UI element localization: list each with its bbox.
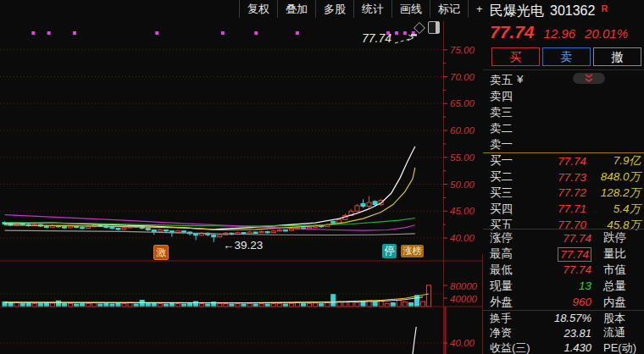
bid-label: 买三	[483, 185, 532, 201]
volume-axis-label: 40000	[450, 294, 478, 304]
bid-amount: 848.0万	[586, 169, 644, 185]
quote-panel: 民爆光电 301362 R 77.74 12.96 20.01% 买 卖 撤 卖…	[483, 0, 644, 354]
bid-label: 买二	[483, 169, 532, 185]
registered-tag: R	[601, 3, 608, 14]
net-assets-value: 23.81	[539, 327, 591, 340]
ask-row-2[interactable]: 卖二	[483, 120, 644, 136]
stats-row-eps: 收益(三) 1.430 PE(动)	[483, 340, 644, 354]
stat-label: 内盘	[591, 295, 626, 310]
stock-name: 民爆光电	[490, 3, 544, 20]
trading-app-window: 75.0070.0065.0060.0055.0050.0045.0040.00…	[0, 0, 644, 354]
toolbar-item-statistics[interactable]: 统计	[353, 0, 391, 18]
current-volume-value: 13	[539, 279, 591, 292]
stats-block-2: 换手 18.57% 股本 净资 23.81 流通 收益(三) 1.430 PE(…	[483, 311, 644, 354]
stat-label: 股本	[591, 311, 625, 326]
stat-label: PE(动)	[591, 340, 636, 354]
toolbar-item-adjust[interactable]: 复权	[239, 0, 277, 18]
stats-row-high: 最高 77.74 量比	[483, 246, 644, 263]
bid-row-3[interactable]: 买三 77.72 128.2万	[483, 185, 644, 202]
eps-value: 1.430	[539, 341, 591, 354]
ma-lines	[5, 147, 415, 235]
toolbar-item-overlay[interactable]: 叠加	[277, 0, 315, 18]
bid-price: 77.74	[532, 155, 586, 168]
ask-label: 卖一	[483, 137, 532, 152]
last-price-annotation: 77.74	[362, 31, 391, 45]
buy-button[interactable]: 买	[491, 47, 540, 66]
sub-pane-line	[413, 327, 416, 354]
stat-label: 外盘	[483, 295, 539, 310]
ask-row-3[interactable]: 卖三	[483, 105, 644, 121]
price-change: 12.96	[544, 26, 576, 41]
event-markers	[31, 31, 414, 35]
price-axis-label: 55.00	[450, 152, 475, 163]
bid-row-2[interactable]: 买二 77.73 848.0万	[483, 169, 644, 185]
toolbar-item-multi-stock[interactable]: 多股	[315, 0, 353, 18]
stats-block: 涨停 77.74 跌停 最高 77.74 量比 最低 77.74 市值 现量 1…	[483, 230, 644, 310]
price-axis-label: 45.00	[450, 206, 475, 216]
stat-label: 流通	[591, 325, 625, 340]
sub-pane	[413, 327, 416, 354]
low-price-annotation: ←39.23	[223, 239, 263, 252]
ask-label: 卖五	[490, 73, 513, 88]
ask-row-5[interactable]: 卖五¥	[483, 73, 644, 89]
bid-price: 77.71	[532, 202, 586, 215]
stat-label: 最高	[483, 246, 539, 262]
ma-yellow	[5, 168, 415, 230]
stats-row-net-assets: 净资 23.81 流通	[483, 326, 644, 341]
ask-label: 卖三	[483, 105, 532, 120]
divider	[483, 69, 644, 70]
bid-row-1[interactable]: 买一 77.74 7.9亿	[483, 153, 644, 169]
ask-levels: 卖五¥ 卖四 卖三 卖二 卖一	[483, 73, 644, 152]
badge-gainers-list[interactable]: 涨榜	[401, 245, 424, 257]
currency-symbol: ¥	[517, 73, 524, 88]
stock-code: 301362	[550, 3, 595, 19]
price-axis-label: 70.00	[450, 72, 475, 82]
stat-label: 总量	[591, 279, 626, 294]
volume-axis-label: 80000	[450, 281, 478, 291]
high-value: 77.74	[558, 247, 591, 262]
price-axis-label: 75.00	[450, 45, 475, 55]
bid-label: 买一	[483, 153, 532, 169]
stats-row-low: 最低 77.74 市值	[483, 263, 644, 279]
toolbar-item-mark[interactable]: 标记	[430, 0, 468, 18]
stats-row-outer: 外盘 960 内盘	[483, 294, 644, 310]
price-axis-label: 60.00	[450, 125, 475, 136]
panel-toggle-icon[interactable]	[428, 21, 440, 34]
price-axis: 75.0070.0065.0060.0055.0050.0045.0040.00…	[443, 45, 478, 348]
stat-label: 市值	[591, 263, 626, 278]
kline-chart[interactable]: 75.0070.0065.0060.0055.0050.0045.0040.00…	[0, 0, 483, 354]
sell-button[interactable]: 卖	[542, 47, 591, 66]
badge-stimulus[interactable]: 激	[153, 245, 169, 260]
outer-volume-value: 960	[539, 296, 591, 308]
bid-amount: 7.9亿	[586, 153, 644, 169]
ask-label: 卖四	[483, 89, 532, 104]
badge-halt[interactable]: 停	[382, 244, 397, 258]
toolbar-item-draw-line[interactable]: 画线	[391, 0, 430, 18]
cancel-order-button[interactable]: 撤	[593, 47, 641, 66]
stat-label: 现量	[483, 279, 539, 294]
stat-label: 跌停	[591, 230, 626, 246]
stat-label: 最低	[483, 263, 539, 278]
price-axis-label: 50.00	[450, 180, 475, 190]
stock-header: 民爆光电 301362 R	[490, 3, 608, 20]
price-row: 77.74 12.96 20.01%	[490, 22, 628, 42]
bid-price: 77.72	[532, 186, 586, 199]
price-change-pct: 20.01%	[585, 26, 628, 41]
bid-levels: 买一 77.74 7.9亿 买二 77.73 848.0万 买三 77.72 1…	[483, 153, 644, 233]
last-price: 77.74	[490, 22, 535, 42]
stat-label: 量比	[591, 246, 626, 262]
bid-row-4[interactable]: 买四 77.71 5.4万	[483, 201, 644, 217]
grid-lines	[0, 50, 443, 343]
bid-label: 买四	[483, 202, 532, 217]
ask-row-4[interactable]: 卖四	[483, 89, 644, 105]
ask-label: 卖二	[483, 121, 532, 136]
bid-price: 77.73	[532, 171, 586, 184]
last-limit-up-bar	[411, 34, 417, 36]
price-axis-label: 40.00	[450, 233, 475, 243]
low-value: 77.74	[539, 263, 591, 276]
stats-row-limit: 涨停 77.74 跌停	[483, 230, 644, 246]
ask-row-1[interactable]: 卖一	[483, 136, 644, 152]
price-axis-label: 65.00	[450, 98, 475, 108]
volume-bars	[3, 285, 431, 307]
bid-amount: 5.4万	[586, 202, 644, 217]
